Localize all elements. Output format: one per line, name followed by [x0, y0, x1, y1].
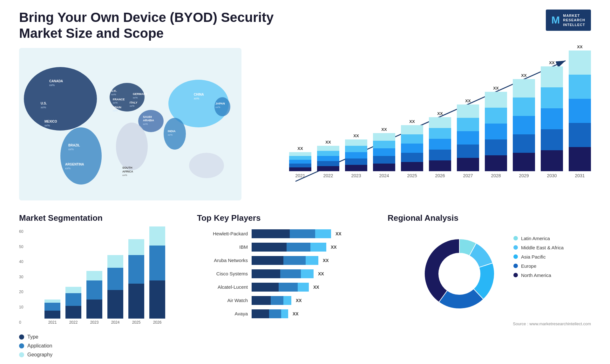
bar-segment: [289, 156, 311, 160]
seg-year-label: 2026: [153, 320, 162, 325]
svg-text:xx%: xx%: [143, 123, 148, 125]
svg-text:xx%: xx%: [65, 167, 71, 170]
svg-text:xx%: xx%: [113, 101, 118, 104]
bar-segment: [485, 155, 507, 171]
seg-bar-segment: [107, 255, 123, 268]
bar-group: XX2025: [401, 119, 423, 178]
bar-year-label: 2027: [463, 173, 473, 178]
source-line: Source : www.marketresearchintellect.com: [388, 321, 591, 326]
bar-segment: [513, 98, 535, 116]
bar-segment: [569, 51, 591, 75]
players-chart: Hewlett-PackardXXIBMXXAruba NetworksXXCi…: [197, 229, 375, 318]
reg-legend-label: Latin America: [521, 236, 550, 241]
seg-chart-area: 202120222023202420252026: [32, 229, 184, 325]
seg-y-label: 10: [19, 305, 23, 309]
bar-segment: [373, 133, 395, 141]
bar-segment: [401, 134, 423, 144]
bar-segment: [317, 166, 339, 171]
bar-xx-label: XX: [409, 119, 415, 124]
svg-text:JAPAN: JAPAN: [215, 102, 225, 105]
bar-xx-label: XX: [549, 60, 554, 65]
svg-text:xx%: xx%: [49, 84, 55, 87]
reg-legend-dot: [513, 264, 518, 268]
bar-segment: [513, 79, 535, 98]
bar-segment: [429, 160, 451, 171]
bar-xx-label: XX: [577, 44, 582, 49]
bar-segment: [541, 66, 563, 87]
reg-legend-label: Asia Pacific: [521, 254, 546, 260]
seg-bar-segment: [65, 293, 81, 306]
player-bar-segment: [252, 256, 283, 265]
legend-item: Geography: [19, 352, 184, 358]
player-bar: [252, 309, 288, 318]
bar-group: XX2024: [373, 127, 395, 178]
legend-item: Application: [19, 343, 184, 349]
seg-bar-group: 2024: [107, 255, 123, 325]
bar-segment: [569, 147, 591, 171]
seg-stacked-bar: [44, 300, 60, 319]
seg-stacked-bar: [128, 239, 144, 319]
page-title: Bring Your Own Device (BYOD) Security Ma…: [19, 10, 305, 42]
bar-year-label: 2031: [575, 173, 585, 178]
svg-text:xx%: xx%: [130, 104, 134, 107]
player-bar-wrap: XX: [252, 309, 375, 318]
bar-chart-container: XX2021XX2022XX2023XX2024XX2025XX2026XX20…: [254, 48, 591, 200]
seg-bar-group: 2025: [128, 239, 144, 325]
player-bar-segment: [281, 309, 288, 318]
reg-legend-item: North America: [513, 273, 564, 278]
player-bar: [252, 243, 326, 252]
bar-xx-label: XX: [465, 98, 471, 103]
bar-segment: [317, 161, 339, 166]
svg-point-1: [24, 67, 97, 131]
seg-legend: TypeApplicationGeography: [19, 334, 184, 358]
bar-group: XX2030: [541, 60, 563, 178]
bar-xx-label: XX: [353, 133, 359, 138]
player-bar-segment: [301, 269, 314, 278]
player-bar-segment: [252, 269, 280, 278]
svg-text:xx%: xx%: [168, 133, 173, 136]
player-bar-wrap: XX: [252, 269, 375, 278]
bar-segment: [429, 139, 451, 150]
player-name: Cisco Systems: [197, 271, 248, 276]
legend-dot: [19, 334, 24, 340]
bar-year-label: 2022: [323, 173, 333, 178]
svg-text:ITALY: ITALY: [130, 101, 138, 104]
player-name: IBM: [197, 244, 248, 250]
player-bar-segment: [252, 309, 269, 318]
bar-year-label: 2030: [547, 173, 557, 178]
bar-segment: [345, 146, 367, 152]
reg-legend-label: Europe: [521, 263, 536, 269]
logo-container: M MARKET RESEARCH INTELLECT: [546, 10, 591, 31]
bar-segment: [513, 134, 535, 153]
seg-bar-segment: [44, 311, 60, 319]
bar-segment: [345, 158, 367, 165]
bar-year-label: 2023: [351, 173, 361, 178]
bar-year-label: 2021: [295, 173, 305, 178]
seg-year-label: 2022: [69, 320, 78, 325]
svg-text:CANADA: CANADA: [49, 79, 63, 83]
stacked-bar: [569, 51, 591, 171]
bar-group: XX2026: [429, 111, 451, 178]
player-bar-segment: [306, 256, 318, 265]
svg-text:ARABIA: ARABIA: [143, 119, 154, 122]
bar-group: XX2021: [289, 146, 311, 178]
seg-year-label: 2025: [132, 320, 141, 325]
bar-segment: [513, 153, 535, 171]
svg-text:GERMANY: GERMANY: [133, 92, 147, 96]
reg-legend-dot: [513, 273, 518, 277]
svg-text:AFRICA: AFRICA: [122, 170, 133, 173]
svg-text:INDIA: INDIA: [168, 130, 176, 133]
header: Bring Your Own Device (BYOD) Security Ma…: [19, 10, 591, 42]
seg-bar-segment: [44, 300, 60, 303]
svg-text:xx%: xx%: [122, 174, 127, 177]
bar-segment: [373, 148, 395, 156]
seg-chart-wrapper: 0102030405060 202120222023202420252026: [19, 229, 184, 331]
bar-segment: [373, 156, 395, 164]
donut-svg: [415, 229, 504, 318]
seg-bar-segment: [149, 226, 165, 246]
svg-text:xx%: xx%: [113, 109, 118, 112]
legend-label: Application: [27, 343, 52, 349]
seg-bar-segment: [44, 303, 60, 311]
bar-group: XX2023: [345, 133, 367, 178]
player-bar-segment: [252, 283, 279, 292]
